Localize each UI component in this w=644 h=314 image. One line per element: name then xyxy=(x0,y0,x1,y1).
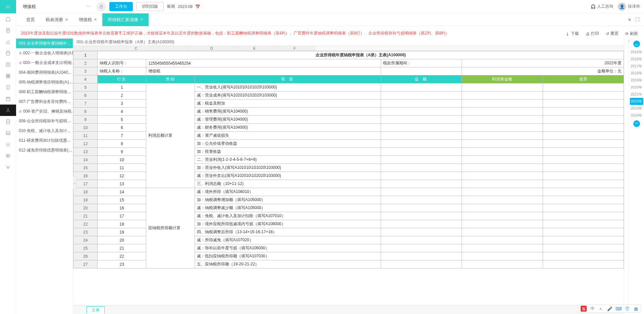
year-2018年[interactable]: 2018年 xyxy=(630,70,643,77)
ime-punct-icon[interactable]: •, xyxy=(598,306,604,312)
diff-cell[interactable] xyxy=(543,212,624,220)
pl-cell[interactable] xyxy=(462,172,543,180)
diff-cell[interactable] xyxy=(543,91,624,100)
form-item-7[interactable]: ⊘008-资产折旧、摊销及纳税... xyxy=(16,107,73,116)
diff-cell[interactable] xyxy=(543,252,624,260)
nav-v-icon[interactable] xyxy=(0,162,16,173)
amount-cell[interactable] xyxy=(381,156,462,164)
diff-cell[interactable] xyxy=(543,172,624,180)
nav-grid-icon[interactable] xyxy=(0,70,16,82)
form-item-6[interactable]: 007-广告费和业务宣传费跨... xyxy=(16,97,73,107)
amount-cell[interactable] xyxy=(381,124,462,132)
year-2021年[interactable]: 2021年 xyxy=(630,91,643,98)
year-2020年[interactable]: 2020年 xyxy=(630,84,643,91)
form-item-9[interactable]: 010-免税、减计收入及加计... xyxy=(16,126,73,136)
ime-lang[interactable]: 中 xyxy=(589,306,595,312)
amount-cell[interactable] xyxy=(381,228,462,236)
pl-cell[interactable] xyxy=(462,140,543,148)
amount-cell[interactable] xyxy=(381,196,462,204)
pl-cell[interactable] xyxy=(462,260,543,268)
pl-cell[interactable] xyxy=(462,108,543,116)
amount-cell[interactable] xyxy=(381,116,462,124)
pl-cell[interactable] xyxy=(462,164,543,172)
pl-cell[interactable] xyxy=(462,148,543,156)
nav-shirt-icon[interactable] xyxy=(0,82,16,93)
tab-2[interactable]: 增值税✕ xyxy=(73,13,102,26)
consult-button[interactable]: 🎧 人工咨询 xyxy=(591,4,613,9)
amount-cell[interactable] xyxy=(381,212,462,220)
workbench-button[interactable]: 工作台 xyxy=(109,2,133,11)
switch-old-button[interactable]: 切到旧版 xyxy=(136,2,164,11)
diff-cell[interactable] xyxy=(543,228,624,236)
tab-close-icon[interactable]: ✕ xyxy=(94,17,97,22)
pl-cell[interactable] xyxy=(462,132,543,140)
user-block[interactable]: 👤 徐泽华 xyxy=(618,3,640,11)
amount-cell[interactable] xyxy=(381,100,462,108)
amount-cell[interactable] xyxy=(381,180,462,188)
diff-cell[interactable] xyxy=(543,244,624,252)
nav-inbox-icon[interactable] xyxy=(0,127,16,139)
pl-cell[interactable] xyxy=(462,244,543,252)
year-down-icon[interactable]: ︾ xyxy=(633,120,640,127)
form-item-0[interactable]: 001-企业所得税年度纳税申... xyxy=(16,39,73,48)
pl-cell[interactable] xyxy=(462,156,543,164)
nav-video-icon[interactable] xyxy=(0,150,16,162)
form-item-11[interactable]: 012-减免所得税优惠明细表(... xyxy=(16,145,73,155)
form-item-2[interactable]: ⊘003-一般企业成本支出明细... xyxy=(16,58,73,68)
diff-cell[interactable] xyxy=(543,148,624,156)
nav-tax-icon[interactable] xyxy=(0,105,16,116)
pl-cell[interactable] xyxy=(462,91,543,100)
diff-cell[interactable] xyxy=(543,116,624,124)
amount-cell[interactable] xyxy=(381,148,462,156)
tab-1[interactable]: 税表清册✕ xyxy=(40,13,73,26)
year-up-icon[interactable]: ︽ xyxy=(633,41,640,47)
pl-cell[interactable] xyxy=(462,228,543,236)
tax-sheet[interactable]: 1企业所得税年度纳税申报表（A类）主表(A100000) 2 纳税人识别号： 1… xyxy=(73,51,624,268)
tab-0[interactable]: 首页 xyxy=(21,13,40,26)
reset-button[interactable]: ↺重置 xyxy=(606,31,619,37)
year-2015年[interactable]: 2015年 xyxy=(630,49,643,56)
sheet-tab-main[interactable]: 主表 xyxy=(87,306,105,314)
form-item-8[interactable]: 009-企业所得税弥补亏损明... xyxy=(16,116,73,126)
amount-cell[interactable] xyxy=(381,244,462,252)
nav-calendar-icon[interactable] xyxy=(0,93,16,105)
close-all-icon[interactable]: ✕ xyxy=(628,17,631,22)
diff-cell[interactable] xyxy=(543,156,624,164)
year-2016年[interactable]: 2016年 xyxy=(630,56,643,63)
amount-cell[interactable] xyxy=(381,140,462,148)
nav-chart-icon[interactable] xyxy=(0,36,16,48)
diff-cell[interactable] xyxy=(543,220,624,228)
print-button[interactable]: 🖨打印 xyxy=(586,31,599,37)
nav-home-icon[interactable] xyxy=(0,13,16,25)
diff-cell[interactable] xyxy=(543,260,624,268)
form-item-5[interactable]: 006-职工薪酬纳税调整明细... xyxy=(16,87,73,97)
amount-cell[interactable] xyxy=(381,220,462,228)
company-selector[interactable]: 增值税 ﹀ xyxy=(20,2,93,11)
gutter-chevron-icon[interactable]: › xyxy=(628,39,629,43)
pl-cell[interactable] xyxy=(462,180,543,188)
ime-brand-icon[interactable]: S xyxy=(581,306,587,312)
amount-cell[interactable] xyxy=(381,164,462,172)
collapse-handle[interactable]: ‹ xyxy=(73,176,77,190)
diff-cell[interactable] xyxy=(543,164,624,172)
pl-cell[interactable] xyxy=(462,116,543,124)
calendar-icon[interactable]: 📅 xyxy=(195,4,200,9)
ime-keyboard-icon[interactable]: ⌨ xyxy=(615,306,622,312)
tab-close-icon[interactable]: ✕ xyxy=(65,17,68,22)
diff-cell[interactable] xyxy=(543,204,624,212)
tab-3[interactable]: 所得税汇算清缴✕ xyxy=(102,13,149,26)
pl-cell[interactable] xyxy=(462,220,543,228)
year-2017年[interactable]: 2017年 xyxy=(630,63,643,70)
tab-close-icon[interactable]: ✕ xyxy=(140,17,143,22)
year-2019年[interactable]: 2019年 xyxy=(630,77,643,84)
download-button[interactable]: ⭳下载 xyxy=(566,31,579,37)
nav-bag-icon[interactable] xyxy=(0,48,16,59)
nav-export-icon[interactable] xyxy=(0,116,16,127)
amount-cell[interactable] xyxy=(381,132,462,140)
amount-cell[interactable] xyxy=(381,108,462,116)
amount-cell[interactable] xyxy=(381,260,462,268)
pl-cell[interactable] xyxy=(462,83,543,91)
amount-cell[interactable] xyxy=(381,252,462,260)
amount-cell[interactable] xyxy=(381,83,462,91)
diff-cell[interactable] xyxy=(543,132,624,140)
